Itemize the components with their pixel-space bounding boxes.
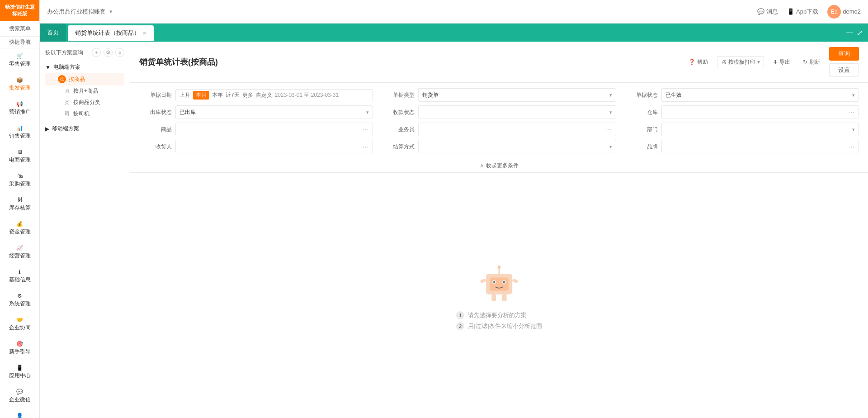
quick-nav-label: 快捷导航: [9, 39, 31, 45]
scheme-item-by-goods[interactable]: 按 按商品: [45, 73, 124, 86]
doc-type-control[interactable]: 销货单: [418, 88, 616, 102]
sidebar-item-member[interactable]: 👤 畅会员: [0, 408, 39, 418]
sidebar-item-finance[interactable]: 💰 资金管理: [0, 216, 39, 240]
refresh-icon: ↻: [803, 59, 807, 65]
receipt-status-control[interactable]: -: [418, 105, 616, 119]
tab-maximize-icon[interactable]: ⤢: [857, 28, 863, 37]
sidebar-item-marketing[interactable]: 📢 营销推广: [0, 96, 39, 120]
sidebar-item-guide[interactable]: 🎯 新手引导: [0, 336, 39, 360]
page-title: 销货单统计表(按商品): [139, 57, 218, 73]
industry-dropdown-icon[interactable]: ▾: [109, 8, 113, 15]
doc-status-control[interactable]: 已生效: [661, 88, 859, 102]
scheme-panel-actions: + ⚙ «: [92, 48, 124, 57]
help-label: 帮助: [697, 58, 708, 66]
scheme-item-by-driver[interactable]: 司 按司机: [45, 108, 124, 119]
receiver-control[interactable]: - ···: [175, 140, 373, 153]
tab-home-label: 首页: [47, 28, 59, 37]
last-7-days-tab[interactable]: 近7天: [226, 91, 240, 99]
sidebar-item-management[interactable]: 📈 经营管理: [0, 240, 39, 264]
apps-icon: 📱: [16, 365, 23, 371]
settings-button[interactable]: 设置: [829, 63, 859, 77]
sidebar-item-inventory[interactable]: 🗄 库存核算: [0, 192, 39, 216]
system-label: 系统管理: [9, 300, 31, 308]
doc-type-value: 销货单: [422, 91, 439, 99]
sidebar-item-wechat[interactable]: 💬 企业微信: [0, 384, 39, 408]
quick-nav[interactable]: 快捷导航: [0, 37, 39, 48]
wholesale-label: 批发管理: [9, 84, 31, 92]
department-control[interactable]: -: [661, 123, 859, 136]
scheme-add-btn[interactable]: +: [92, 48, 101, 57]
print-btn[interactable]: 🖨 按模板打印 ▾: [717, 56, 764, 68]
export-btn[interactable]: ⬇ 导出: [769, 57, 794, 68]
sidebar-item-basic[interactable]: ℹ 基础信息: [0, 264, 39, 288]
scheme-collapse-btn[interactable]: «: [115, 48, 124, 57]
sidebar-item-collab[interactable]: 🤝 企业协同: [0, 312, 39, 336]
salesperson-control[interactable]: - ···: [418, 123, 616, 136]
receiver-value: -: [179, 143, 181, 150]
refresh-btn[interactable]: ↻ 刷新: [799, 57, 824, 68]
search-menu[interactable]: 搜索菜单: [0, 21, 39, 37]
scheme-group-pc-arrow: ▼: [45, 64, 51, 71]
finance-icon: 💰: [16, 221, 23, 227]
this-year-tab[interactable]: 本年: [212, 91, 223, 99]
sidebar-item-apps[interactable]: 📱 应用中心: [0, 360, 39, 384]
retail-label: 零售管理: [9, 60, 31, 68]
empty-state: 1 请先选择要分析的方案 2 用[过滤]条件来缩小分析范围: [130, 173, 868, 418]
scheme-group-mobile-header[interactable]: ▶ 移动端方案: [45, 123, 124, 134]
collapse-bar[interactable]: ∧ 收起更多条件: [130, 159, 868, 173]
goods-label: 商品: [139, 126, 175, 133]
scheme-group-mobile-label: 移动端方案: [52, 125, 79, 133]
warehouse-label: 仓库: [625, 109, 661, 116]
scheme-settings-btn[interactable]: ⚙: [104, 48, 113, 57]
scheme-group-pc: ▼ 电脑端方案 按 按商品 月 按月+商品 类 按商品分类 司 按司机: [40, 60, 130, 121]
sidebar-item-system[interactable]: ⚙ 系统管理: [0, 288, 39, 312]
tab-minimize-icon[interactable]: —: [846, 28, 853, 37]
goods-control[interactable]: - ···: [175, 123, 373, 136]
last-month-tab[interactable]: 上月: [179, 91, 190, 99]
payment-method-value: -: [422, 143, 424, 150]
scheme-item-by-category[interactable]: 类 按商品分类: [45, 97, 124, 108]
export-icon: ⬇: [773, 59, 778, 65]
sidebar-item-purchase[interactable]: 🛍 采购管理: [0, 168, 39, 192]
scheme-panel-title: 按以下方案查询: [45, 49, 83, 57]
scheme-panel-header: 按以下方案查询 + ⚙ «: [40, 45, 130, 60]
user-menu[interactable]: Ea demo2: [827, 5, 861, 19]
main-area: 办公用品行业模拟账套 ▾ 💬 消息 📱 App下载 Ea demo2 首页: [40, 0, 868, 418]
category-icon: 类: [63, 99, 71, 106]
guide-icon: 🎯: [16, 341, 23, 347]
sidebar-item-sales[interactable]: 📊 销售管理: [0, 120, 39, 144]
ecommerce-label: 电商管理: [9, 156, 31, 164]
tab-sales-report[interactable]: 销货单统计表（按商品） ✕: [68, 25, 154, 41]
username: demo2: [843, 8, 861, 15]
payment-method-control[interactable]: -: [418, 140, 616, 153]
message-btn[interactable]: 💬 消息: [757, 8, 778, 16]
sidebar-item-wholesale[interactable]: 📦 批发管理: [0, 72, 39, 96]
marketing-label: 营销推广: [9, 108, 31, 116]
custom-tab[interactable]: 自定义: [256, 91, 272, 99]
scheme-item-by-month-goods[interactable]: 月 按月+商品: [45, 86, 124, 97]
scheme-item-by-driver-label: 按司机: [73, 110, 90, 118]
apps-label: 应用中心: [9, 372, 31, 380]
scheme-group-pc-header[interactable]: ▼ 电脑端方案: [45, 62, 124, 73]
tip-text-1: 请先选择要分析的方案: [468, 311, 527, 319]
brand-control[interactable]: - ···: [661, 140, 859, 153]
warehouse-control[interactable]: - ···: [661, 105, 859, 119]
more-tab[interactable]: 更多: [242, 91, 253, 99]
sidebar-item-ecommerce[interactable]: 🖥 电商管理: [0, 144, 39, 168]
query-button[interactable]: 查询: [829, 47, 859, 61]
tab-close-icon[interactable]: ✕: [142, 30, 146, 36]
content-area: 按以下方案查询 + ⚙ « ▼ 电脑端方案 按 按商品 月: [40, 42, 868, 418]
tab-home[interactable]: 首页: [40, 24, 66, 42]
brand-label: 品牌: [625, 143, 661, 151]
wholesale-icon: 📦: [16, 77, 23, 83]
date-filter-control[interactable]: 上月 本月 本年 近7天 更多 自定义 2023-03-01 至 2023-03…: [175, 89, 373, 101]
department-label: 部门: [625, 126, 661, 133]
guide-label: 新手引导: [9, 348, 31, 356]
empty-illustration: [476, 261, 522, 306]
out-status-control[interactable]: 已出库: [175, 105, 373, 119]
sidebar: 畅捷信好生意 标账版 搜索菜单 快捷导航 🛒 零售管理 📦 批发管理 📢 营销推…: [0, 0, 40, 418]
this-month-tab[interactable]: 本月: [193, 91, 209, 100]
app-download-btn[interactable]: 📱 App下载: [787, 8, 818, 16]
sidebar-item-retail[interactable]: 🛒 零售管理: [0, 48, 39, 72]
help-btn[interactable]: ❓ 帮助: [685, 57, 712, 68]
